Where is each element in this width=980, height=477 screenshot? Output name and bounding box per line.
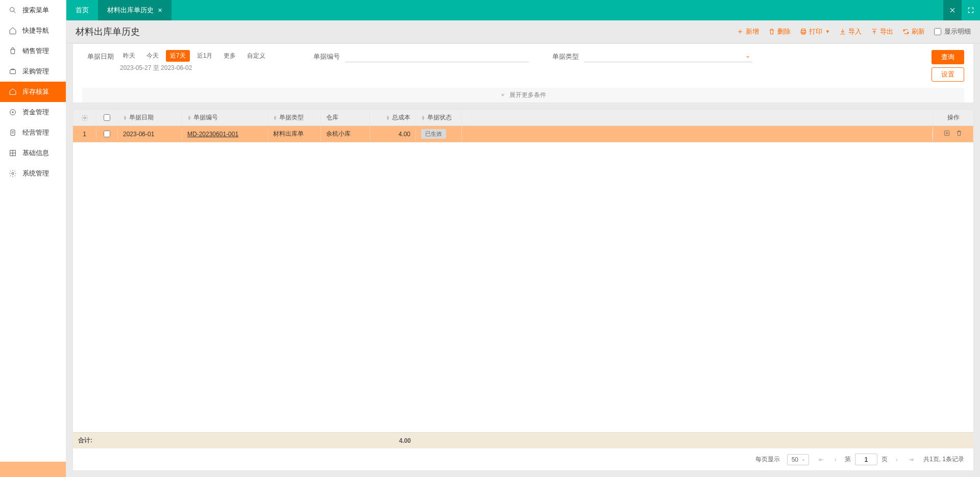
query-button[interactable]: 查询 (932, 50, 964, 64)
filter-type: 单据类型 ⌄ (547, 50, 752, 62)
shortcut-yesterday[interactable]: 昨天 (119, 50, 139, 62)
sidebar-footer (0, 462, 66, 477)
delete-button[interactable]: 删除 (768, 27, 791, 36)
table-footer: 合计: 4.00 (73, 432, 973, 448)
gear-icon (8, 169, 17, 178)
svg-rect-4 (11, 130, 15, 136)
row-ops (933, 127, 973, 141)
sidebar-item-search[interactable]: 搜索菜单 (0, 0, 66, 20)
sidebar-item-base[interactable]: 基础信息 (0, 143, 66, 163)
sidebar-item-purchase[interactable]: 采购管理 (0, 61, 66, 82)
sort-icon: ▲▼ (123, 115, 127, 120)
import-button[interactable]: 导入 (839, 27, 862, 36)
date-range-display: 2023-05-27 至 2023-06-02 (119, 64, 270, 72)
cell-status: 已生效 (416, 126, 462, 142)
svg-rect-2 (10, 70, 16, 74)
row-checkbox[interactable] (96, 128, 118, 140)
sidebar-item-label: 库存核算 (22, 87, 49, 96)
col-type[interactable]: ▲▼单据类型 (268, 110, 321, 125)
filter-code-input[interactable] (345, 50, 529, 62)
refresh-button[interactable]: 刷新 (902, 27, 925, 36)
table-body: 1 2023-06-01 MD-20230601-001 材料出库单 余杭小库 … (73, 126, 973, 432)
sidebar-item-label: 快捷导航 (22, 26, 49, 35)
sort-icon: ▲▼ (187, 115, 191, 120)
col-cost[interactable]: ▲▼总成本 (370, 110, 416, 125)
cell-date: 2023-06-01 (118, 128, 182, 141)
sidebar-item-label: 系统管理 (22, 169, 49, 178)
page-header: 材料出库单历史 新增 删除 打印▼ 导入 导出 刷新 显示明细 (66, 20, 980, 43)
first-page-button[interactable]: ⇤ (816, 455, 826, 465)
last-page-button[interactable]: ⇥ (906, 455, 916, 465)
house-icon (8, 87, 17, 96)
prev-page-button[interactable]: ‹ (830, 455, 841, 465)
svg-rect-19 (944, 131, 949, 135)
tab-label: 材料出库单历史 (107, 6, 154, 15)
filter-type-label: 单据类型 (547, 50, 579, 61)
sort-icon: ▲▼ (421, 115, 425, 120)
close-icon[interactable]: ✕ (158, 7, 162, 14)
shortcut-custom[interactable]: 自定义 (243, 50, 270, 62)
bag-icon (8, 46, 17, 56)
delete-icon[interactable] (955, 130, 963, 138)
shortcut-1month[interactable]: 近1月 (193, 50, 217, 62)
toolbar-actions: 新增 删除 打印▼ 导入 导出 刷新 显示明细 (737, 27, 971, 36)
next-page-button[interactable]: › (892, 455, 902, 465)
page-input[interactable] (855, 454, 877, 465)
shortcut-more[interactable]: 更多 (219, 50, 240, 62)
sidebar-item-business[interactable]: 经营管理 (0, 122, 66, 143)
col-date[interactable]: ▲▼单据日期 (118, 110, 182, 125)
cart-icon (8, 67, 17, 76)
tab-material-out-history[interactable]: 材料出库单历史 ✕ (98, 0, 172, 20)
sort-icon: ▲▼ (386, 115, 390, 120)
filter-code: 单据编号 (308, 50, 529, 62)
col-warehouse[interactable]: 仓库 (321, 110, 370, 125)
filter-panel: 单据日期 昨天 今天 近7天 近1月 更多 自定义 2023-05-27 至 2… (72, 43, 974, 103)
search-icon (8, 6, 17, 15)
table-row[interactable]: 1 2023-06-01 MD-20230601-001 材料出库单 余杭小库 … (73, 126, 973, 142)
page-suffix: 页 (881, 455, 888, 464)
sidebar-item-inventory[interactable]: 库存核算 (0, 82, 66, 102)
filter-date-label: 单据日期 (82, 50, 114, 61)
tab-home[interactable]: 首页 (66, 0, 98, 20)
settings-button[interactable]: 设置 (932, 67, 964, 82)
export-button[interactable]: 导出 (871, 27, 893, 36)
per-page-select[interactable]: 50⌄ (787, 454, 809, 465)
sidebar-item-sales[interactable]: 销售管理 (0, 41, 66, 61)
view-icon[interactable] (943, 130, 950, 138)
per-page-label: 每页显示 (755, 455, 780, 464)
svg-point-20 (946, 132, 948, 134)
sidebar-item-label: 经营管理 (22, 128, 49, 137)
svg-rect-15 (802, 29, 805, 31)
sidebar-item-system[interactable]: 系统管理 (0, 163, 66, 184)
show-detail-checkbox[interactable]: 显示明细 (934, 27, 971, 36)
page-title: 材料出库单历史 (76, 26, 140, 38)
filter-type-select[interactable] (584, 50, 752, 62)
sidebar-item-label: 基础信息 (22, 148, 49, 158)
sidebar-item-quicknav[interactable]: 快捷导航 (0, 20, 66, 41)
grid-icon (8, 148, 17, 158)
select-all-checkbox[interactable] (96, 111, 118, 124)
close-tab-button[interactable] (943, 0, 962, 20)
col-code[interactable]: ▲▼单据编号 (182, 110, 268, 125)
tab-label: 首页 (76, 6, 89, 15)
home-icon (8, 26, 17, 35)
shortcut-7days[interactable]: 近7天 (166, 50, 190, 62)
table-header: ▲▼单据日期 ▲▼单据编号 ▲▼单据类型 仓库 ▲▼总成本 ▲▼单据状态 操作 (73, 110, 973, 126)
doc-code-link[interactable]: MD-20230601-001 (187, 131, 238, 138)
add-button[interactable]: 新增 (737, 27, 759, 36)
print-button[interactable]: 打印▼ (800, 27, 830, 36)
pagination-summary: 共1页, 1条记录 (923, 455, 964, 464)
page-prefix: 第 (845, 455, 851, 464)
main-area: 首页 材料出库单历史 ✕ 材料出库单历史 新增 删除 打印▼ 导入 导出 刷新 … (66, 0, 980, 477)
expand-filters-button[interactable]: 展开更多条件 (82, 88, 964, 103)
col-status[interactable]: ▲▼单据状态 (416, 110, 462, 125)
shortcut-today[interactable]: 今天 (142, 50, 163, 62)
clipboard-icon (8, 128, 17, 137)
sidebar-item-finance[interactable]: 资金管理 (0, 102, 66, 122)
column-settings[interactable] (73, 111, 96, 124)
status-badge: 已生效 (421, 129, 446, 139)
filter-code-label: 单据编号 (308, 50, 340, 61)
fullscreen-button[interactable] (962, 0, 980, 20)
show-detail-input[interactable] (934, 28, 941, 35)
svg-line-1 (14, 11, 15, 13)
